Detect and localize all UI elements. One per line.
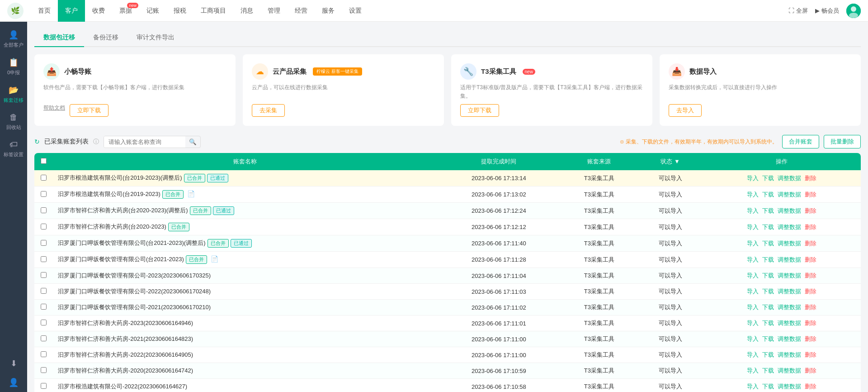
row-download-btn[interactable]: 下载 <box>762 272 774 280</box>
nav-invoice[interactable]: 票据new <box>112 0 139 22</box>
row-import-btn[interactable]: 导入 <box>747 367 759 375</box>
row-delete-btn[interactable]: 删除 <box>805 191 816 199</box>
row-checkbox[interactable] <box>41 191 47 197</box>
refresh-icon[interactable]: ↻ <box>34 138 40 145</box>
row-delete-btn[interactable]: 删除 <box>805 303 816 311</box>
row-delete-btn[interactable]: 删除 <box>805 367 816 375</box>
row-download-btn[interactable]: 下载 <box>762 256 774 264</box>
row-delete-btn[interactable]: 删除 <box>805 287 816 296</box>
row-download-btn[interactable]: 下载 <box>762 174 774 182</box>
row-checkbox[interactable] <box>41 240 47 246</box>
row-import-btn[interactable]: 导入 <box>747 256 759 264</box>
row-adjust-btn[interactable]: 调整数据 <box>778 382 801 391</box>
row-download-btn[interactable]: 下载 <box>762 287 774 296</box>
nav-service[interactable]: 服务 <box>315 0 342 22</box>
row-delete-btn[interactable]: 删除 <box>805 319 816 327</box>
row-import-btn[interactable]: 导入 <box>747 382 759 391</box>
merge-btn[interactable]: 合并账套 <box>782 135 819 148</box>
row-import-btn[interactable]: 导入 <box>747 272 759 280</box>
app-logo[interactable]: 🌿 <box>7 3 24 19</box>
nav-manage[interactable]: 管理 <box>260 0 288 22</box>
row-checkbox[interactable] <box>41 320 47 325</box>
row-import-btn[interactable]: 导入 <box>747 207 759 215</box>
nav-charge[interactable]: 收费 <box>85 0 112 22</box>
row-adjust-btn[interactable]: 调整数据 <box>778 367 801 375</box>
row-checkbox[interactable] <box>41 272 47 278</box>
row-checkbox[interactable] <box>41 256 47 262</box>
row-import-btn[interactable]: 导入 <box>747 287 759 296</box>
row-adjust-btn[interactable]: 调整数据 <box>778 303 801 311</box>
fullscreen-button[interactable]: ⛶ 全屏 <box>788 7 808 15</box>
tab-backup-migrate[interactable]: 备份迁移 <box>84 29 127 47</box>
row-adjust-btn[interactable]: 调整数据 <box>778 287 801 296</box>
import-go-btn[interactable]: 去导入 <box>669 104 702 117</box>
row-adjust-btn[interactable]: 调整数据 <box>778 223 801 231</box>
row-adjust-btn[interactable]: 调整数据 <box>778 272 801 280</box>
row-adjust-btn[interactable]: 调整数据 <box>778 207 801 215</box>
row-delete-btn[interactable]: 删除 <box>805 382 816 391</box>
cloud-collect-btn[interactable]: 去采集 <box>252 104 285 117</box>
row-checkbox[interactable] <box>41 224 47 229</box>
row-download-btn[interactable]: 下载 <box>762 239 774 248</box>
row-download-btn[interactable]: 下载 <box>762 319 774 327</box>
sidebar-item-zero-declare[interactable]: 📋 0申报 <box>0 53 27 81</box>
tab-audit-export[interactable]: 审计文件导出 <box>127 29 184 47</box>
row-delete-btn[interactable]: 删除 <box>805 351 816 359</box>
member-button[interactable]: ▶ 畅会员 <box>815 7 839 15</box>
row-import-btn[interactable]: 导入 <box>747 223 759 231</box>
sidebar-item-user[interactable]: 👤 <box>7 373 20 392</box>
row-download-btn[interactable]: 下载 <box>762 191 774 199</box>
row-checkbox[interactable] <box>41 207 47 213</box>
row-checkbox[interactable] <box>41 383 47 389</box>
row-checkbox[interactable] <box>41 367 47 373</box>
sidebar-item-account-migrate[interactable]: 📂 账套迁移 <box>0 81 27 108</box>
row-checkbox[interactable] <box>41 351 47 357</box>
row-import-btn[interactable]: 导入 <box>747 303 759 311</box>
row-delete-btn[interactable]: 删除 <box>805 207 816 215</box>
row-adjust-btn[interactable]: 调整数据 <box>778 174 801 182</box>
row-adjust-btn[interactable]: 调整数据 <box>778 239 801 248</box>
xiaochang-help-link[interactable]: 帮助文档 <box>43 104 65 117</box>
nav-bookkeep[interactable]: 记账 <box>139 0 166 22</box>
row-checkbox[interactable] <box>41 175 47 181</box>
sidebar-item-download[interactable]: ⬇ <box>7 354 20 373</box>
row-adjust-btn[interactable]: 调整数据 <box>778 319 801 327</box>
user-avatar[interactable] <box>846 4 861 18</box>
row-import-btn[interactable]: 导入 <box>747 319 759 327</box>
search-input[interactable] <box>104 136 185 148</box>
row-checkbox[interactable] <box>41 304 47 310</box>
row-delete-btn[interactable]: 删除 <box>805 256 816 264</box>
row-download-btn[interactable]: 下载 <box>762 303 774 311</box>
row-download-btn[interactable]: 下载 <box>762 367 774 375</box>
xiaochang-download-btn[interactable]: 立即下载 <box>70 104 108 117</box>
row-import-btn[interactable]: 导入 <box>747 191 759 199</box>
row-import-btn[interactable]: 导入 <box>747 335 759 343</box>
nav-settings[interactable]: 设置 <box>342 0 369 22</box>
nav-home[interactable]: 首页 <box>31 0 58 22</box>
row-file-icon[interactable]: 📄 <box>185 190 195 197</box>
row-import-btn[interactable]: 导入 <box>747 174 759 182</box>
row-download-btn[interactable]: 下载 <box>762 382 774 391</box>
row-adjust-btn[interactable]: 调整数据 <box>778 256 801 264</box>
search-button[interactable]: 🔍 <box>185 136 200 148</box>
sidebar-item-tag-settings[interactable]: 🏷 标签设置 <box>0 135 27 163</box>
row-checkbox[interactable] <box>41 335 47 341</box>
nav-operate[interactable]: 经营 <box>288 0 315 22</box>
row-download-btn[interactable]: 下载 <box>762 335 774 343</box>
row-checkbox[interactable] <box>41 288 47 294</box>
row-delete-btn[interactable]: 删除 <box>805 174 816 182</box>
row-file-icon[interactable]: 📄 <box>209 255 218 263</box>
row-delete-btn[interactable]: 删除 <box>805 223 816 231</box>
nav-tax[interactable]: 报税 <box>166 0 193 22</box>
nav-customer[interactable]: 客户 <box>58 0 85 22</box>
sidebar-item-all-customers[interactable]: 👤 全部客户 <box>0 25 27 53</box>
row-import-btn[interactable]: 导入 <box>747 239 759 248</box>
row-delete-btn[interactable]: 删除 <box>805 272 816 280</box>
batch-delete-btn[interactable]: 批量删除 <box>824 135 861 148</box>
nav-message[interactable]: 消息 <box>233 0 260 22</box>
row-delete-btn[interactable]: 删除 <box>805 239 816 248</box>
row-download-btn[interactable]: 下载 <box>762 351 774 359</box>
row-adjust-btn[interactable]: 调整数据 <box>778 351 801 359</box>
t3-download-btn[interactable]: 立即下载 <box>460 104 499 117</box>
tab-data-migrate[interactable]: 数据包迁移 <box>34 29 84 47</box>
